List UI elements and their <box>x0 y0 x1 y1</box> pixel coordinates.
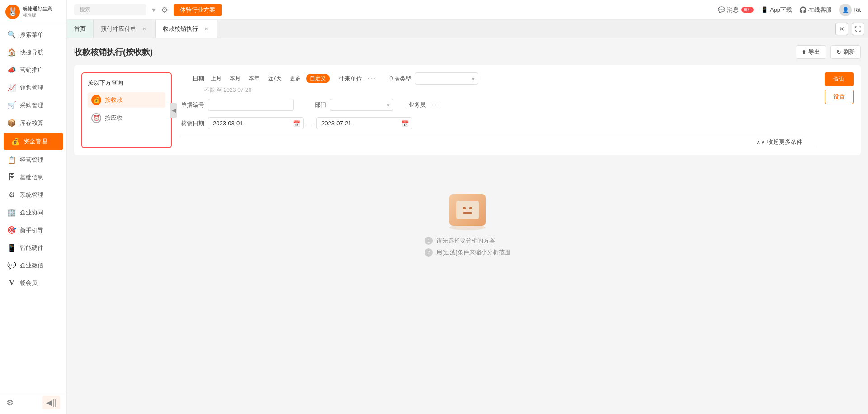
user-info[interactable]: 👤 Rit <box>839 4 861 16</box>
filter-option-by-receivable[interactable]: ⏰ 按应收 <box>88 110 165 126</box>
empty-eyes <box>463 207 472 209</box>
filter-option-by-receipt[interactable]: 💰 按收款 <box>88 92 165 108</box>
header-right: 💬 消息 99+ 📱 App下载 🎧 在线客服 👤 Rit <box>718 4 861 16</box>
solution-button[interactable]: 体验行业方案 <box>174 4 222 16</box>
date-btn-this-year[interactable]: 本年 <box>246 74 262 83</box>
sidebar-item-quick-nav[interactable]: 🏠 快捷导航 <box>0 43 66 61</box>
filter-row-3: 核销日期 — <box>179 117 806 129</box>
filter-row-2: 单据编号 部门 <box>179 99 806 111</box>
query-button[interactable]: 查询 <box>825 72 854 86</box>
sidebar-item-basic-info[interactable]: 🗄 基础信息 <box>0 169 66 186</box>
date-nolimit-text: 不限 至 2023-07-26 <box>204 87 251 93</box>
collapse-filter-left-button[interactable]: ◀ <box>170 103 177 118</box>
tab-receipt[interactable]: 收款核销执行 × <box>156 20 217 38</box>
tab-home[interactable]: 首页 <box>67 20 94 38</box>
message-item[interactable]: 💬 消息 99+ <box>718 6 754 14</box>
sidebar-item-hardware[interactable]: 📱 智能硬件 <box>0 239 66 257</box>
right-eye <box>469 207 472 209</box>
inventory-icon: 📦 <box>7 119 16 127</box>
sidebar-item-system[interactable]: ⚙ 系统管理 <box>0 186 66 204</box>
expand-tab-button[interactable]: ⛶ <box>852 23 864 35</box>
sidebar: 🐰 畅捷通好生意 标准版 🔍 搜索菜单 🏠 快捷导航 📣 营销推广 📈 销售管理… <box>0 0 67 414</box>
collapse-more-button[interactable]: ∧∧ 收起更多条件 <box>179 136 806 148</box>
tip-number-1: 1 <box>425 237 433 245</box>
verify-date-start-wrapper <box>208 117 304 129</box>
verify-date-field-group: 核销日期 — <box>179 117 412 129</box>
tab-bar: 首页 预付冲应付单 × 收款核销执行 × ✕ ⛶ <box>67 20 868 38</box>
home-icon: 🏠 <box>7 48 16 57</box>
sidebar-item-finance[interactable]: 💰 资金管理 <box>4 133 63 150</box>
logo-icon: 🐰 <box>5 5 20 19</box>
enterprise-icon: 🏢 <box>7 208 16 217</box>
export-button[interactable]: ⬆ 导出 <box>796 45 826 59</box>
logo-text: 畅捷通好生意 标准版 <box>23 5 52 18</box>
verify-date-label: 核销日期 <box>179 119 204 128</box>
empty-shadow <box>449 225 486 230</box>
online-service-item[interactable]: 🎧 在线客服 <box>799 6 832 14</box>
date-btn-last-month[interactable]: 上月 <box>208 74 224 83</box>
receipt-icon: 💰 <box>91 95 101 105</box>
filter-left-title: 按以下方查询 <box>88 79 165 87</box>
date-field-group: 日期 上月 本月 本年 近7天 更多 自定义 <box>179 74 330 83</box>
app-download-icon: 📱 <box>761 6 768 13</box>
verify-date-start-input[interactable] <box>208 117 304 129</box>
sidebar-nav: 🔍 搜索菜单 🏠 快捷导航 📣 营销推广 📈 销售管理 🛒 采购管理 📦 库存核… <box>0 24 66 391</box>
purchase-icon: 🛒 <box>7 101 16 109</box>
sidebar-item-purchase[interactable]: 🛒 采购管理 <box>0 96 66 114</box>
settings-icon[interactable]: ⚙ <box>6 398 14 408</box>
refresh-icon: ↻ <box>836 49 841 56</box>
settings-button[interactable]: 设置 <box>825 90 854 104</box>
query-btn-col: 查询 设置 <box>817 72 854 148</box>
close-tab-button[interactable]: ✕ <box>835 23 848 35</box>
order-type-field-group: 单据类型 <box>386 72 478 85</box>
sidebar-item-guide[interactable]: 🎯 新手引导 <box>0 221 66 239</box>
search-box[interactable]: 搜索 <box>74 4 146 15</box>
sidebar-item-business[interactable]: 📋 经营管理 <box>0 151 66 169</box>
clock-icon: ⏰ <box>91 113 101 123</box>
tab-close-prepay[interactable]: × <box>141 25 148 33</box>
sidebar-item-marketing[interactable]: 📣 营销推广 <box>0 61 66 79</box>
date-btn-custom[interactable]: 自定义 <box>306 74 330 83</box>
order-no-input[interactable] <box>208 99 294 111</box>
sidebar-item-member[interactable]: V 畅会员 <box>0 274 66 291</box>
tab-prepay[interactable]: 预付冲应付单 × <box>94 20 156 38</box>
staff-dots[interactable]: ··· <box>429 100 443 109</box>
counterpart-dots[interactable]: ··· <box>366 74 379 83</box>
tab-close-receipt[interactable]: × <box>203 25 210 33</box>
system-icon: ⚙ <box>7 190 16 199</box>
refresh-button[interactable]: ↻ 刷新 <box>830 45 861 59</box>
date-btn-7days[interactable]: 近7天 <box>265 74 284 83</box>
sidebar-item-search[interactable]: 🔍 搜索菜单 <box>0 26 66 43</box>
sidebar-item-inventory[interactable]: 📦 库存核算 <box>0 114 66 132</box>
date-label: 日期 <box>179 75 204 83</box>
staff-label: 业务员 <box>401 101 426 109</box>
date-btn-this-month[interactable]: 本月 <box>227 74 243 83</box>
collapse-sidebar-button[interactable]: ◀‖ <box>42 396 60 409</box>
member-icon: V <box>7 279 16 287</box>
verify-date-end-input[interactable] <box>316 117 412 129</box>
page-actions: ⬆ 导出 ↻ 刷新 <box>796 45 861 59</box>
dept-label: 部门 <box>301 101 326 109</box>
date-quick-btns: 上月 本月 本年 近7天 更多 自定义 <box>208 74 330 83</box>
search-icon: 🔍 <box>7 30 16 39</box>
empty-tip-2: 2 用[过滤]条件来缩小分析范围 <box>425 248 510 257</box>
filter-right: 日期 上月 本月 本年 近7天 更多 自定义 <box>179 72 854 148</box>
sidebar-item-wechat[interactable]: 💬 企业微信 <box>0 257 66 274</box>
sidebar-item-enterprise[interactable]: 🏢 企业协同 <box>0 204 66 221</box>
header-gear-icon[interactable]: ⚙ <box>161 5 168 15</box>
date-nolimit-row: 不限 至 2023-07-26 <box>204 86 806 94</box>
date-btn-more[interactable]: 更多 <box>287 74 303 83</box>
order-type-label: 单据类型 <box>386 75 411 83</box>
search-dropdown-icon[interactable]: ▾ <box>152 5 156 14</box>
order-type-select[interactable] <box>415 72 478 85</box>
empty-state: 1 请先选择要分析的方案 2 用[过滤]条件来缩小分析范围 <box>74 162 861 275</box>
sidebar-item-sales[interactable]: 📈 销售管理 <box>0 79 66 96</box>
message-icon: 💬 <box>718 6 725 13</box>
counterpart-field-group: 往来单位 ··· <box>337 74 379 83</box>
sales-icon: 📈 <box>7 83 16 92</box>
empty-mouth <box>463 212 472 214</box>
chevron-up-icon: ∧∧ <box>756 139 765 146</box>
date-range-dash: — <box>307 119 314 128</box>
app-download-item[interactable]: 📱 App下载 <box>761 6 792 14</box>
dept-select[interactable] <box>330 99 393 111</box>
